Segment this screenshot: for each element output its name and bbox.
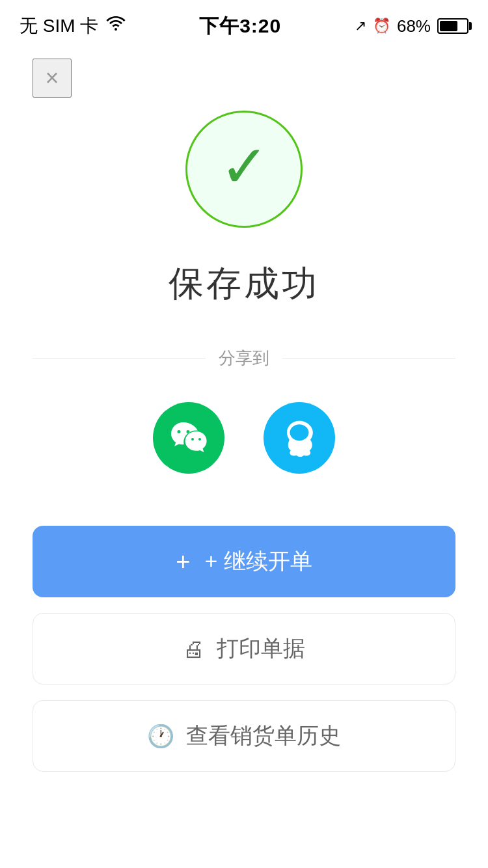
- share-divider: 分享到: [33, 347, 455, 370]
- print-icon: 🖨: [183, 636, 205, 662]
- status-time: 下午3:20: [199, 13, 281, 40]
- close-button[interactable]: ×: [33, 59, 72, 98]
- battery-fill: [440, 21, 457, 31]
- history-button[interactable]: 🕐 查看销货单历史: [33, 700, 455, 772]
- wechat-share-button[interactable]: [153, 402, 224, 474]
- status-left: 无 SIM 卡: [20, 14, 126, 38]
- continue-button[interactable]: + + 继续开单: [33, 526, 455, 597]
- share-icons: [33, 402, 455, 474]
- share-section: 分享到: [33, 347, 455, 474]
- divider-line-left: [33, 358, 206, 359]
- print-button[interactable]: 🖨 打印单据: [33, 613, 455, 685]
- checkmark-icon: ✓: [220, 137, 269, 196]
- location-icon: ↗: [355, 18, 366, 34]
- divider-line-right: [282, 358, 455, 359]
- alarm-icon: ⏰: [373, 18, 390, 34]
- no-sim-label: 无 SIM 卡: [20, 14, 98, 38]
- share-label: 分享到: [219, 347, 269, 370]
- battery-percent: 68%: [397, 16, 431, 36]
- main-content: ✓ 保存成功 分享到: [0, 52, 488, 772]
- continue-label: + 继续开单: [204, 547, 312, 576]
- close-icon: ×: [45, 66, 59, 90]
- success-title: 保存成功: [169, 260, 319, 308]
- svg-point-1: [301, 431, 305, 434]
- status-bar: 无 SIM 卡 下午3:20 ↗ ⏰ 68%: [0, 0, 488, 52]
- success-circle: ✓: [185, 111, 303, 228]
- qq-share-button[interactable]: [264, 402, 335, 474]
- qq-icon: [280, 419, 318, 457]
- battery-container: [437, 18, 468, 34]
- print-label: 打印单据: [217, 634, 305, 664]
- status-right: ↗ ⏰ 68%: [355, 16, 468, 36]
- wechat-icon: [168, 417, 210, 459]
- wifi-icon: [106, 16, 126, 36]
- svg-point-0: [294, 431, 297, 434]
- history-label: 查看销货单历史: [186, 721, 341, 751]
- action-buttons: + + 继续开单 🖨 打印单据 🕐 查看销货单历史: [33, 526, 455, 772]
- history-icon: 🕐: [147, 723, 174, 749]
- plus-icon: +: [176, 548, 190, 576]
- battery-icon: [437, 18, 468, 34]
